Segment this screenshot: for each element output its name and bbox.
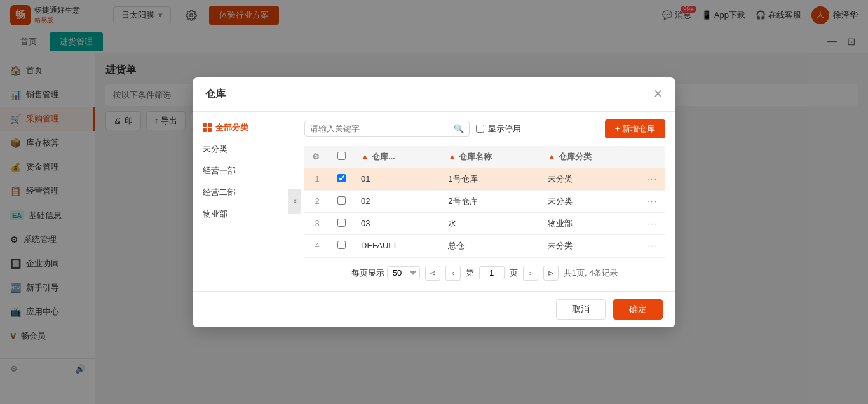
modal-title: 仓库 — [205, 88, 226, 101]
prev-page-button[interactable]: ‹ — [445, 266, 461, 281]
page-size-select[interactable]: 50 20 100 — [387, 266, 420, 279]
grid-icon — [203, 123, 212, 132]
table-row[interactable]: 1 01 1号仓库 未分类 ··· — [304, 168, 665, 190]
page-label-after: 页 — [510, 267, 518, 279]
select-all-checkbox[interactable] — [337, 152, 346, 160]
modal-header: 仓库 ✕ — [193, 77, 675, 112]
row-more[interactable]: ··· — [639, 234, 665, 257]
show-disabled-checkbox[interactable] — [476, 125, 484, 133]
modal-footer: 取消 确定 — [193, 291, 675, 327]
row-num: 2 — [304, 190, 330, 212]
category-sidebar: 全部分类 未分类 经营一部 经营二部 物业部 « — [193, 112, 294, 291]
col-checkbox — [330, 146, 353, 168]
category-item-property[interactable]: 物业部 — [193, 203, 294, 225]
col-actions — [639, 146, 665, 168]
page-number-input[interactable] — [479, 266, 505, 279]
row-name: 2号仓库 — [440, 190, 539, 212]
table-row[interactable]: 2 02 2号仓库 未分类 ··· — [304, 190, 665, 212]
total-info: 共1页, 4条记录 — [564, 267, 619, 279]
show-disabled-checkbox-label: 显示停用 — [476, 123, 521, 135]
first-page-button[interactable]: ⊲ — [425, 266, 440, 281]
row-name: 总仓 — [440, 234, 539, 257]
col-name: ▲仓库名称 — [440, 146, 539, 168]
row-checkbox[interactable] — [330, 234, 353, 257]
table-row[interactable]: 3 03 水 物业部 ··· — [304, 212, 665, 234]
row-more[interactable]: ··· — [639, 168, 665, 190]
row-more[interactable]: ··· — [639, 190, 665, 212]
row-num: 4 — [304, 234, 330, 257]
row-name: 1号仓库 — [440, 168, 539, 190]
table-row[interactable]: 4 DEFAULT 总仓 未分类 ··· — [304, 234, 665, 257]
modal-body: 全部分类 未分类 经营一部 经营二部 物业部 « 🔍 — [193, 112, 675, 291]
row-more[interactable]: ··· — [639, 212, 665, 234]
col-gear: ⚙ — [304, 146, 330, 168]
row-checkbox[interactable] — [330, 212, 353, 234]
next-page-button[interactable]: › — [523, 266, 538, 281]
confirm-button[interactable]: 确定 — [613, 299, 663, 320]
category-item-ops1[interactable]: 经营一部 — [193, 160, 294, 182]
warehouse-modal: 仓库 ✕ 全部分类 未分类 经营一部 经营二部 物业部 « — [193, 77, 675, 327]
all-categories-item[interactable]: 全部分类 — [193, 117, 294, 138]
row-category: 未分类 — [540, 190, 639, 212]
page-label-before: 第 — [466, 267, 474, 279]
row-checkbox[interactable] — [330, 190, 353, 212]
search-input[interactable] — [310, 124, 450, 133]
category-item-ops2[interactable]: 经营二部 — [193, 182, 294, 203]
row-name: 水 — [440, 212, 539, 234]
modal-overlay: 仓库 ✕ 全部分类 未分类 经营一部 经营二部 物业部 « — [0, 0, 868, 404]
row-code: DEFAULT — [353, 234, 440, 257]
row-code: 02 — [353, 190, 440, 212]
modal-toolbar: 🔍 显示停用 + 新增仓库 — [304, 119, 665, 138]
row-checkbox[interactable] — [330, 168, 353, 190]
col-category: ▲仓库分类 — [540, 146, 639, 168]
search-icon: 🔍 — [454, 124, 464, 133]
row-category: 未分类 — [540, 168, 639, 190]
row-code: 01 — [353, 168, 440, 190]
row-category: 物业部 — [540, 212, 639, 234]
warehouse-table: ⚙ ▲仓库... ▲仓库名称 — [304, 146, 665, 257]
row-code: 03 — [353, 212, 440, 234]
pagination: 每页显示 50 20 100 ⊲ ‹ 第 页 › ⊳ 共1页, 4条记录 — [304, 257, 665, 283]
category-item-uncategorized[interactable]: 未分类 — [193, 138, 294, 160]
modal-close-button[interactable]: ✕ — [653, 88, 663, 100]
row-num: 3 — [304, 212, 330, 234]
page-size-section: 每页显示 50 20 100 — [351, 266, 420, 279]
add-warehouse-button[interactable]: + 新增仓库 — [605, 119, 665, 138]
last-page-button[interactable]: ⊳ — [543, 266, 559, 281]
row-category: 未分类 — [540, 234, 639, 257]
row-num: 1 — [304, 168, 330, 190]
search-box: 🔍 — [304, 121, 470, 137]
modal-main: 🔍 显示停用 + 新增仓库 ⚙ — [294, 112, 675, 291]
collapse-sidebar-button[interactable]: « — [288, 189, 301, 214]
col-code: ▲仓库... — [353, 146, 440, 168]
cancel-button[interactable]: 取消 — [556, 299, 606, 320]
